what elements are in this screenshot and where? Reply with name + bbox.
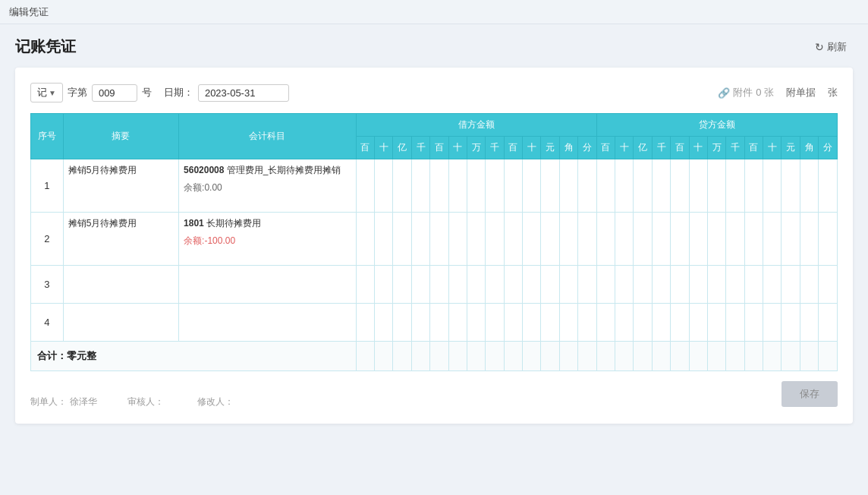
cell-debit-digit-1[interactable] xyxy=(375,159,393,213)
cell-credit-digit-2[interactable] xyxy=(634,304,652,342)
cell-credit-digit-10[interactable] xyxy=(782,213,800,266)
cell-account[interactable]: 56020008 管理费用_长期待摊费用摊销余额:0.00 xyxy=(179,159,357,213)
cell-debit-digit-9[interactable] xyxy=(523,266,541,304)
cell-debit-digit-3[interactable] xyxy=(411,266,429,304)
cell-debit-digit-11[interactable] xyxy=(559,213,577,266)
cell-summary[interactable]: 摊销5月待摊费用 xyxy=(63,213,178,266)
cell-debit-digit-9[interactable] xyxy=(523,304,541,342)
cell-debit-digit-2[interactable] xyxy=(393,304,411,342)
cell-credit-digit-11[interactable] xyxy=(800,266,818,304)
cell-credit-digit-9[interactable] xyxy=(763,159,782,213)
cell-credit-digit-2[interactable] xyxy=(634,159,652,213)
cell-credit-digit-12[interactable] xyxy=(819,159,838,213)
cell-credit-digit-2[interactable] xyxy=(634,213,652,266)
cell-credit-digit-12[interactable] xyxy=(819,266,838,304)
cell-credit-digit-1[interactable] xyxy=(615,266,634,304)
cell-debit-digit-2[interactable] xyxy=(393,213,411,266)
cell-credit-digit-10[interactable] xyxy=(782,304,800,342)
cell-debit-digit-8[interactable] xyxy=(504,266,522,304)
cell-account[interactable]: 1801 长期待摊费用余额:-100.00 xyxy=(179,213,357,266)
cell-credit-digit-0[interactable] xyxy=(596,213,615,266)
cell-debit-digit-5[interactable] xyxy=(448,304,467,342)
cell-credit-digit-7[interactable] xyxy=(726,213,744,266)
cell-credit-digit-1[interactable] xyxy=(615,304,634,342)
cell-debit-digit-11[interactable] xyxy=(559,304,577,342)
cell-credit-digit-9[interactable] xyxy=(763,304,782,342)
cell-debit-digit-8[interactable] xyxy=(504,159,522,213)
cell-summary[interactable] xyxy=(63,304,178,342)
cell-credit-digit-6[interactable] xyxy=(707,304,725,342)
cell-debit-digit-6[interactable] xyxy=(467,213,485,266)
cell-debit-digit-11[interactable] xyxy=(559,266,577,304)
cell-credit-digit-6[interactable] xyxy=(707,266,725,304)
cell-debit-digit-6[interactable] xyxy=(467,304,485,342)
cell-debit-digit-0[interactable] xyxy=(356,213,374,266)
cell-debit-digit-12[interactable] xyxy=(578,159,597,213)
cell-credit-digit-3[interactable] xyxy=(652,213,670,266)
date-input[interactable] xyxy=(198,84,289,102)
cell-credit-digit-1[interactable] xyxy=(615,213,634,266)
cell-credit-digit-5[interactable] xyxy=(689,304,707,342)
cell-credit-digit-12[interactable] xyxy=(819,213,838,266)
cell-credit-digit-3[interactable] xyxy=(652,159,670,213)
cell-credit-digit-4[interactable] xyxy=(671,304,689,342)
cell-debit-digit-7[interactable] xyxy=(486,304,504,342)
cell-account[interactable] xyxy=(179,304,357,342)
cell-credit-digit-7[interactable] xyxy=(726,304,744,342)
cell-debit-digit-12[interactable] xyxy=(578,213,597,266)
cell-debit-digit-2[interactable] xyxy=(393,266,411,304)
cell-credit-digit-2[interactable] xyxy=(634,266,652,304)
cell-debit-digit-11[interactable] xyxy=(559,159,577,213)
cell-credit-digit-8[interactable] xyxy=(744,304,763,342)
cell-debit-digit-3[interactable] xyxy=(411,304,429,342)
cell-debit-digit-10[interactable] xyxy=(541,159,559,213)
cell-credit-digit-9[interactable] xyxy=(763,266,782,304)
cell-credit-digit-4[interactable] xyxy=(671,159,689,213)
cell-debit-digit-10[interactable] xyxy=(541,266,559,304)
cell-credit-digit-10[interactable] xyxy=(782,266,800,304)
cell-debit-digit-10[interactable] xyxy=(541,213,559,266)
cell-debit-digit-7[interactable] xyxy=(486,266,504,304)
cell-summary[interactable]: 摊销5月待摊费用 xyxy=(63,159,178,213)
cell-credit-digit-0[interactable] xyxy=(596,266,615,304)
cell-credit-digit-11[interactable] xyxy=(800,159,818,213)
cell-credit-digit-10[interactable] xyxy=(782,159,800,213)
cell-debit-digit-6[interactable] xyxy=(467,159,485,213)
cell-debit-digit-5[interactable] xyxy=(448,266,467,304)
cell-credit-digit-0[interactable] xyxy=(596,159,615,213)
cell-debit-digit-3[interactable] xyxy=(411,159,429,213)
cell-debit-digit-8[interactable] xyxy=(504,213,522,266)
cell-credit-digit-7[interactable] xyxy=(726,266,744,304)
cell-credit-digit-0[interactable] xyxy=(596,304,615,342)
cell-debit-digit-7[interactable] xyxy=(486,213,504,266)
cell-credit-digit-11[interactable] xyxy=(800,213,818,266)
single-doc-label[interactable]: 附单据 xyxy=(786,86,816,99)
cell-debit-digit-6[interactable] xyxy=(467,266,485,304)
cell-debit-digit-12[interactable] xyxy=(578,266,597,304)
cell-credit-digit-12[interactable] xyxy=(819,304,838,342)
cell-credit-digit-6[interactable] xyxy=(707,159,725,213)
cell-debit-digit-7[interactable] xyxy=(486,159,504,213)
voucher-number-input[interactable] xyxy=(92,84,137,102)
cell-debit-digit-4[interactable] xyxy=(430,266,448,304)
cell-debit-digit-3[interactable] xyxy=(411,213,429,266)
voucher-type-dropdown[interactable]: 记 ▼ xyxy=(30,83,63,102)
cell-debit-digit-4[interactable] xyxy=(430,304,448,342)
cell-credit-digit-4[interactable] xyxy=(671,213,689,266)
cell-debit-digit-10[interactable] xyxy=(541,304,559,342)
cell-debit-digit-5[interactable] xyxy=(448,213,467,266)
cell-debit-digit-9[interactable] xyxy=(523,159,541,213)
cell-credit-digit-3[interactable] xyxy=(652,304,670,342)
cell-debit-digit-2[interactable] xyxy=(393,159,411,213)
cell-debit-digit-4[interactable] xyxy=(430,159,448,213)
cell-debit-digit-0[interactable] xyxy=(356,159,374,213)
cell-credit-digit-8[interactable] xyxy=(744,266,763,304)
cell-credit-digit-1[interactable] xyxy=(615,159,634,213)
cell-debit-digit-0[interactable] xyxy=(356,304,374,342)
cell-credit-digit-4[interactable] xyxy=(671,266,689,304)
cell-credit-digit-8[interactable] xyxy=(744,159,763,213)
cell-summary[interactable] xyxy=(63,266,178,304)
cell-credit-digit-5[interactable] xyxy=(689,159,707,213)
cell-debit-digit-1[interactable] xyxy=(375,213,393,266)
cell-credit-digit-5[interactable] xyxy=(689,266,707,304)
